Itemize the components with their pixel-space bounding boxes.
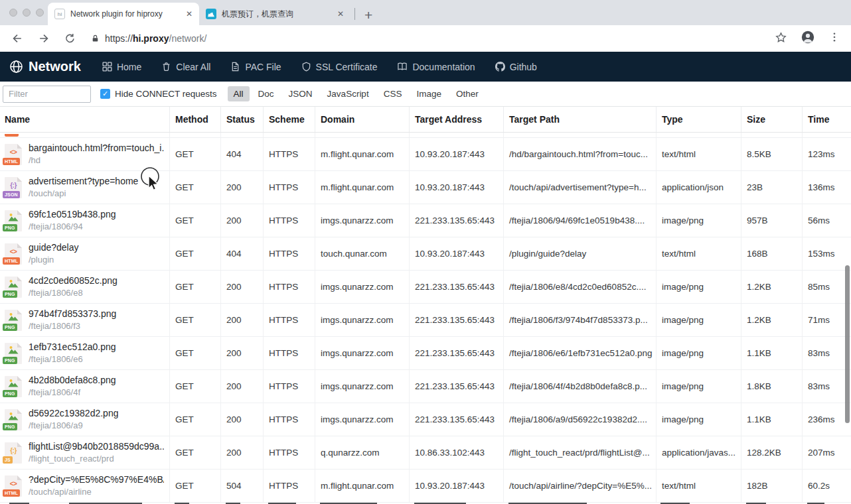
file-icon: PNG <box>5 409 22 430</box>
request-name: guide?delay <box>29 241 79 255</box>
filter-tab-javascript[interactable]: JavaScript <box>321 86 375 101</box>
nav-pac-file[interactable]: PAC File <box>230 62 281 72</box>
table-row[interactable]: PNG 1efb731ec512a0.png /ftejia/1806/e6 G… <box>0 337 851 370</box>
app-title: Network <box>29 59 81 74</box>
request-name: bargaintouch.html?from=touch_i... <box>29 142 164 155</box>
table-row[interactable]: <> HTML ?depCity=%E5%8C%97%E4%BA... /tou… <box>0 470 851 503</box>
cell-size: 8.5KB <box>741 138 802 170</box>
file-type-badge: HTML <box>3 257 20 265</box>
request-name: d56922c19382d2.png <box>29 407 118 420</box>
reload-button[interactable] <box>64 32 76 45</box>
column-header-target-address: Target Address <box>409 107 503 132</box>
filter-input[interactable] <box>3 86 91 103</box>
browser-menu-icon[interactable] <box>828 31 840 46</box>
table-row[interactable]: PNG d56922c19382d2.png /ftejia/1806/a9 G… <box>0 403 851 436</box>
table-row[interactable]: {:} JSON advertisement?type=home /touch/… <box>0 171 851 204</box>
file-icon-glyph: <> <box>5 480 22 487</box>
page-fold-icon <box>17 442 22 447</box>
cell-status: 504 <box>220 470 263 502</box>
zoom-window-button[interactable] <box>36 9 44 17</box>
nav-documentation[interactable]: Documentation <box>397 62 475 72</box>
cell-target-path: /touch/api/airline/?depCity=%E5%... <box>503 470 656 502</box>
file-icon: PNG <box>5 277 22 298</box>
cell-method: GET <box>169 470 220 502</box>
window-controls[interactable] <box>9 9 44 17</box>
cell-target-path: /ftejia/1806/a9/d56922c19382d2.... <box>503 403 656 436</box>
request-name: ?depCity=%E5%8C%97%E4%BA... <box>29 473 164 487</box>
cell-method: GET <box>169 171 220 204</box>
nav-clear-all[interactable]: Clear All <box>161 62 210 72</box>
cell-target-path: /touch/api/advertisement?type=h... <box>503 171 656 204</box>
cell-status: 200 <box>220 370 263 403</box>
file-icon-glyph: <> <box>5 248 22 255</box>
bookmark-star-icon[interactable] <box>775 31 787 46</box>
book-icon <box>397 62 408 72</box>
cell-time: 83ms <box>802 370 851 403</box>
file-icon: {:} JSON <box>5 177 22 198</box>
browser-tab-hiproxy[interactable]: hi Network plugin for hiproxy ✕ <box>48 3 199 25</box>
filter-tab-image[interactable]: Image <box>410 86 447 101</box>
request-name: 974b4f7d853373.png <box>29 308 116 321</box>
cell-name: PNG 974b4f7d853373.png /ftejia/1806/f3 <box>0 304 169 336</box>
file-icon-glyph <box>5 412 22 422</box>
filter-tab-other[interactable]: Other <box>450 86 485 101</box>
url-bar[interactable]: https://hi.proxy/network/ <box>91 33 206 44</box>
cell-name: PNG d56922c19382d2.png /ftejia/1806/a9 <box>0 403 169 436</box>
request-name: 4cd2c0ed60852c.png <box>29 275 117 288</box>
cell-method: GET <box>169 436 220 469</box>
table-row[interactable]: {:} JS flightList@9b40b2018859dc99a... /… <box>0 436 851 470</box>
request-path: /ftejia/1806/e6 <box>29 353 116 365</box>
cell-target-path: /ftejia/1806/94/69fc1e0519b438.... <box>503 204 656 237</box>
table-row[interactable]: PNG 4cd2c0ed60852c.png /ftejia/1806/e8 G… <box>0 271 851 304</box>
close-tab-icon[interactable]: ✕ <box>337 10 344 18</box>
cell-target-path: /hd/bargaintouch.html?from=touc... <box>503 138 656 170</box>
cell-method: GET <box>169 204 220 237</box>
file-type-badge: PNG <box>3 423 17 430</box>
cell-target-path: /flight_touch_react/prd/flightList@... <box>503 436 656 469</box>
column-header-status: Status <box>220 107 263 132</box>
cell-type: image/png <box>656 204 741 237</box>
hide-connect-checkbox[interactable]: ✓ <box>100 89 110 99</box>
close-tab-icon[interactable]: ✕ <box>186 10 193 18</box>
filter-bar: ✓ Hide CONNECT requests All Doc JSON Jav… <box>0 82 851 106</box>
scrollbar-thumb[interactable] <box>845 265 850 423</box>
cell-name: <> HTML bargaintouch.html?from=touch_i..… <box>0 138 169 170</box>
filter-tab-all[interactable]: All <box>228 86 250 101</box>
filter-tab-css[interactable]: CSS <box>378 86 408 101</box>
cell-status: 200 <box>220 171 263 204</box>
minimize-window-button[interactable] <box>23 9 31 17</box>
table-body: <> HTML bargaintouch.html?from=touch_i..… <box>0 138 851 503</box>
cell-method: GET <box>169 337 220 369</box>
nav-ssl-certificate[interactable]: SSL Certificate <box>301 62 378 72</box>
new-tab-button[interactable]: + <box>359 8 378 22</box>
forward-button[interactable] <box>37 32 50 45</box>
request-path: /touch/api/airline <box>29 486 164 498</box>
cell-method: GET <box>169 304 220 336</box>
table-row[interactable]: <> HTML guide?delay /plugin GET 404 HTTP… <box>0 237 851 271</box>
type-filter-tabs: All Doc JSON JavaScript CSS Image Other <box>228 86 485 101</box>
nav-home[interactable]: Home <box>102 62 141 72</box>
file-icon-glyph <box>5 213 22 223</box>
app-logo[interactable]: Network <box>9 59 81 74</box>
filter-tab-doc[interactable]: Doc <box>252 86 280 101</box>
file-icon: PNG <box>5 376 22 397</box>
table-row[interactable]: PNG 4b2d8b0defa8c8.png /ftejia/1806/4f G… <box>0 370 851 403</box>
back-button[interactable] <box>11 32 24 45</box>
file-icon-glyph: <> <box>5 149 22 156</box>
request-name: flightList@9b40b2018859dc99a... <box>29 440 164 454</box>
close-window-button[interactable] <box>9 9 17 17</box>
filter-tab-json[interactable]: JSON <box>283 86 319 101</box>
table-row[interactable]: PNG 69fc1e0519b438.png /ftejia/1806/94 G… <box>0 204 851 237</box>
cell-time: 123ms <box>802 138 851 170</box>
cell-type: application/json <box>656 171 741 204</box>
hide-connect-label[interactable]: Hide CONNECT requests <box>115 89 217 99</box>
table-row[interactable]: <> HTML bargaintouch.html?from=touch_i..… <box>0 138 851 171</box>
cell-target-address: 221.233.135.65:443 <box>409 337 503 369</box>
browser-tab-qunar[interactable]: 机票预订，机票查询 ✕ <box>199 3 350 25</box>
cell-target-address: 10.93.20.187:443 <box>409 171 503 204</box>
cell-status: 200 <box>220 271 263 303</box>
request-path: /ftejia/1806/e8 <box>29 287 117 299</box>
table-row[interactable]: PNG 974b4f7d853373.png /ftejia/1806/f3 G… <box>0 304 851 337</box>
nav-github[interactable]: Github <box>495 62 537 72</box>
profile-avatar-icon[interactable] <box>801 30 815 47</box>
